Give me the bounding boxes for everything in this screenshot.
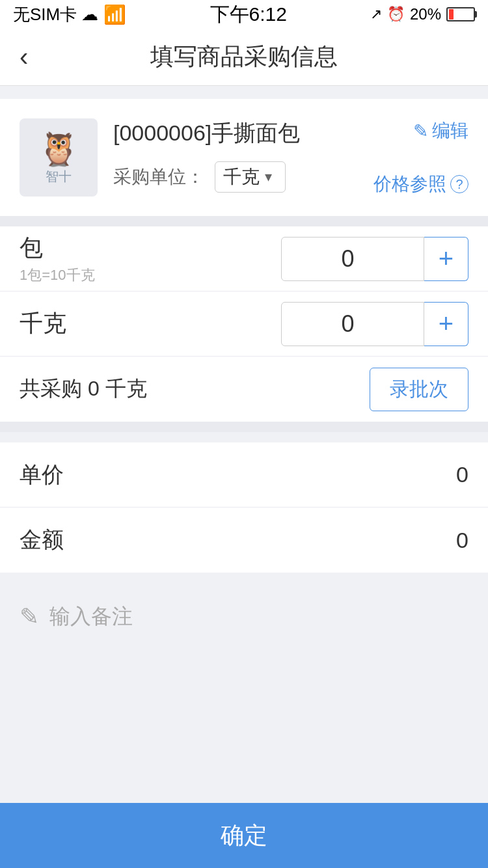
section-divider-2 — [0, 422, 488, 432]
status-left: 无SIM卡 ☁ 📶 — [13, 3, 126, 26]
confirm-label: 确定 — [221, 820, 267, 852]
battery-percent: 20% — [410, 5, 441, 23]
section-divider-1 — [0, 216, 488, 226]
unit-select[interactable]: 千克 ▾ — [215, 161, 286, 193]
wifi-icon: 📶 — [103, 4, 126, 25]
amount-value: 0 — [456, 528, 468, 553]
bao-label: 包 — [20, 232, 124, 264]
kg-plus-button[interactable]: + — [424, 302, 468, 346]
price-ref-button[interactable]: 价格参照 ? — [373, 172, 468, 197]
battery-icon — [446, 5, 475, 23]
kg-input-right: + — [124, 302, 468, 346]
confirm-button[interactable]: 确定 — [0, 803, 488, 868]
edit-icon: ✎ — [413, 120, 428, 142]
unit-label: 采购单位： — [113, 165, 204, 189]
total-row: 共采购 0 千克 录批次 — [0, 357, 488, 422]
page-title: 填写商品采购信息 — [150, 41, 338, 73]
kg-input[interactable] — [281, 302, 424, 346]
bao-input[interactable] — [281, 237, 424, 281]
kg-label: 千克 — [20, 308, 124, 340]
content-spacer — [0, 651, 488, 781]
unit-price-row: 单价 0 — [0, 442, 488, 508]
product-image: 🦉 智十 — [20, 118, 98, 197]
remark-section[interactable]: ✎ 输入备注 — [0, 583, 488, 651]
price-ref-label: 价格参照 — [373, 172, 446, 197]
kg-input-row: 千克 + — [0, 292, 488, 357]
unit-price-label: 单价 — [20, 460, 64, 490]
location-icon: ↗ — [370, 6, 382, 23]
unit-price-value: 0 — [456, 462, 468, 487]
nav-bar: ‹ 填写商品采购信息 — [0, 29, 488, 86]
batch-button[interactable]: 录批次 — [370, 368, 468, 411]
remark-placeholder: 输入备注 — [49, 603, 133, 631]
status-bar: 无SIM卡 ☁ 📶 下午6:12 ↗ ⏰ 20% — [0, 0, 488, 29]
detail-section: 单价 0 金额 0 — [0, 442, 488, 573]
kg-label-group: 千克 — [20, 308, 124, 340]
unit-select-value: 千克 — [223, 165, 260, 189]
edit-label: 编辑 — [432, 118, 468, 143]
status-right: ↗ ⏰ 20% — [370, 5, 475, 23]
chevron-down-icon: ▾ — [265, 169, 272, 185]
back-button[interactable]: ‹ — [20, 42, 28, 72]
sim-label: 无SIM卡 ☁ — [13, 3, 98, 26]
product-owl-icon: 🦉 — [38, 130, 79, 168]
bao-sublabel: 1包=10千克 — [20, 265, 124, 285]
alarm-icon: ⏰ — [387, 6, 405, 23]
product-card: 🦉 智十 [0000006]手撕面包 采购单位： 千克 ▾ ✎ 编辑 价格参照 … — [0, 99, 488, 216]
edit-button[interactable]: ✎ 编辑 — [413, 118, 468, 143]
total-text: 共采购 0 千克 — [20, 375, 147, 403]
pencil-icon: ✎ — [20, 603, 39, 631]
bao-plus-button[interactable]: + — [424, 237, 468, 281]
amount-row: 金额 0 — [0, 508, 488, 573]
input-section: 包 1包=10千克 + 千克 + — [0, 226, 488, 357]
bao-input-right: + — [124, 237, 468, 281]
bao-input-row: 包 1包=10千克 + — [0, 226, 488, 292]
amount-label: 金额 — [20, 525, 64, 555]
bao-label-group: 包 1包=10千克 — [20, 232, 124, 285]
help-icon: ? — [450, 175, 468, 193]
product-image-sublabel: 智十 — [46, 168, 72, 185]
status-time: 下午6:12 — [210, 1, 287, 28]
